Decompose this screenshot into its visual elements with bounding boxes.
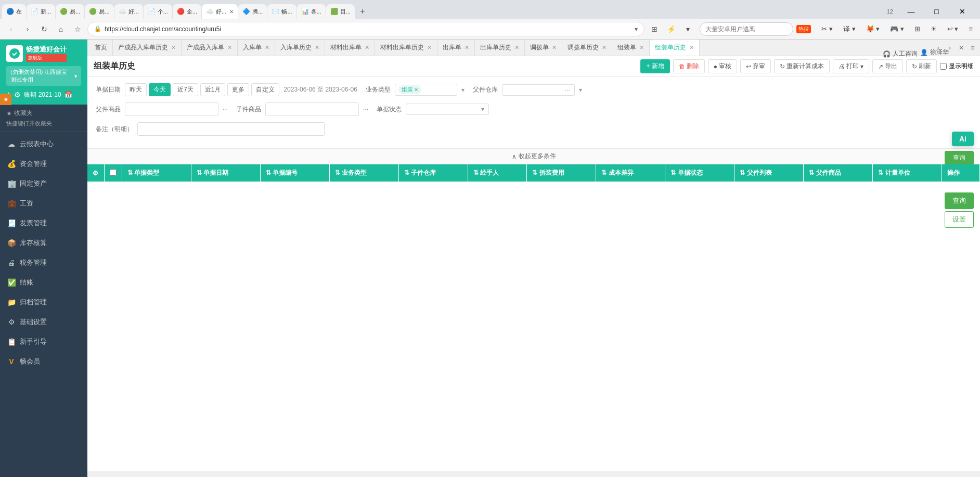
th-parent-list[interactable]: ⇅ 父件列表: [734, 164, 804, 182]
browser-tab-12[interactable]: 🟩 目...: [326, 4, 355, 19]
nav-tab-prod-inbound[interactable]: 产成品入库单 ✕: [182, 40, 238, 56]
parent-goods-input[interactable]: [125, 102, 218, 116]
browser-tab-2[interactable]: 📄 新...: [27, 4, 55, 19]
sidebar-item-guide[interactable]: 📋 新手引导: [0, 332, 87, 352]
tab-close-current[interactable]: ✕: [956, 43, 966, 53]
note-input[interactable]: [137, 122, 325, 136]
menu-tool[interactable]: ≡: [965, 24, 976, 34]
emoji-tool[interactable]: 🦊 ▾: [863, 24, 883, 34]
nav-tab-close[interactable]: ✕: [689, 44, 694, 51]
nav-tab-assembly-history[interactable]: 组装单历史 ✕: [650, 40, 700, 56]
nav-tab-prod-inbound-history[interactable]: 产成品入库单历史 ✕: [113, 40, 182, 56]
minimize-button[interactable]: —: [899, 4, 923, 19]
sidebar-item-cloud-report[interactable]: ☁ 云报表中心: [0, 134, 87, 154]
qr-code-button[interactable]: ⊞: [648, 22, 661, 36]
tag-close-btn[interactable]: ✕: [414, 87, 418, 93]
add-button[interactable]: + 新增: [640, 59, 669, 73]
export-button[interactable]: ↗ 导出: [872, 59, 903, 73]
refresh-browser-button[interactable]: ↻: [37, 22, 51, 36]
sidebar-item-settings[interactable]: ⚙ 基础设置: [0, 312, 87, 332]
nav-tab-close[interactable]: ✕: [171, 44, 176, 51]
game-tool[interactable]: 🎮 ▾: [887, 24, 907, 34]
status-select[interactable]: ▾: [406, 104, 489, 115]
nav-tab-close[interactable]: ✕: [427, 44, 432, 51]
sidebar-item-invoice[interactable]: 🧾 发票管理: [0, 213, 87, 233]
nav-tab-close[interactable]: ✕: [465, 44, 469, 51]
tab-more-menu[interactable]: ≡: [968, 43, 978, 53]
scissors-tool[interactable]: ✂ ▾: [818, 24, 836, 34]
company-selector[interactable]: (勿删勿禁用) 江西服宝测试专用 ▾: [6, 66, 81, 86]
browser-tab-5[interactable]: ☁️ 好...: [114, 4, 143, 19]
home-button[interactable]: ⌂: [54, 22, 68, 36]
yesterday-btn[interactable]: 昨天: [125, 83, 147, 96]
browser-tab-11[interactable]: 📊 各...: [297, 4, 326, 19]
parent-goods-dots[interactable]: ···: [223, 106, 228, 113]
nav-tab-close[interactable]: ✕: [514, 44, 519, 51]
show-detail-input[interactable]: [940, 63, 947, 70]
nav-tab-outbound[interactable]: 出库单 ✕: [437, 40, 475, 56]
sidebar-item-checkout[interactable]: ✅ 结账: [0, 273, 87, 292]
nav-tab-close[interactable]: ✕: [602, 44, 607, 51]
url-bar[interactable]: 🔒 https://cloud.chanjet.com/accounting/u…: [87, 22, 644, 36]
human-support-button[interactable]: 🎧 人工咨询: [883, 49, 918, 58]
th-handler[interactable]: ⇅ 经手人: [468, 164, 527, 182]
nav-tab-close[interactable]: ✕: [315, 44, 319, 51]
th-child-warehouse[interactable]: ⇅ 子件仓库: [398, 164, 468, 182]
sidebar-item-member[interactable]: V 畅会员: [0, 352, 87, 371]
sidebar-item-capital[interactable]: 💰 资金管理: [0, 154, 87, 174]
nav-tab-material-outbound[interactable]: 材料出库单 ✕: [325, 40, 375, 56]
show-detail-checkbox[interactable]: 显示明细: [940, 62, 974, 71]
nav-tab-assembly[interactable]: 组装单 ✕: [612, 40, 650, 56]
browser-tab-3[interactable]: 🟢 易...: [56, 4, 84, 19]
search-input[interactable]: [700, 22, 793, 36]
nav-tab-transfer-history[interactable]: 调拨单历史 ✕: [562, 40, 612, 56]
browser-tab-8[interactable]: ☁️ 好... ✕: [202, 4, 238, 19]
th-biz-type[interactable]: ⇅ 业务类型: [329, 164, 398, 182]
calendar-icon[interactable]: 📅: [65, 91, 72, 98]
child-goods-input[interactable]: [265, 102, 359, 116]
th-bill-type[interactable]: ⇅ 单据类型: [122, 164, 191, 182]
table-settings-icon[interactable]: ⚙: [93, 170, 98, 177]
nav-tab-outbound-history[interactable]: 出库单历史 ✕: [475, 40, 525, 56]
browser-tab-9[interactable]: 🔷 腾...: [238, 4, 267, 19]
th-unit[interactable]: ⇅ 计量单位: [873, 164, 942, 182]
browser-tab-6[interactable]: 📄 个...: [144, 4, 172, 19]
1month-btn[interactable]: 近1月: [200, 83, 226, 96]
settings-icon[interactable]: ⚙: [14, 91, 21, 99]
browser-tab-1[interactable]: 🔵 在: [2, 4, 26, 19]
query-button[interactable]: 查询: [945, 151, 974, 165]
undo-tool[interactable]: ↩ ▾: [944, 24, 962, 34]
browser-tab-7[interactable]: 🔴 企...: [173, 4, 201, 19]
close-button[interactable]: ✕: [950, 4, 974, 19]
collapse-bar[interactable]: ∧ 收起更多条件: [87, 149, 980, 164]
translate-tool[interactable]: 译 ▾: [840, 23, 859, 35]
th-cost-diff[interactable]: ⇅ 成本差异: [596, 164, 665, 182]
print-button[interactable]: 🖨 打印 ▾: [833, 59, 869, 73]
child-goods-dots[interactable]: ···: [363, 106, 368, 113]
select-all-checkbox[interactable]: [110, 169, 117, 176]
th-checkbox[interactable]: [104, 164, 122, 182]
recalculate-button[interactable]: ↻ 重新计算成本: [774, 59, 830, 73]
th-disassembly-fee[interactable]: ⇅ 拆装费用: [527, 164, 596, 182]
sidebar-item-inventory[interactable]: 📦 库存核算: [0, 233, 87, 253]
sidebar-item-fixed-assets[interactable]: 🏢 固定资产: [0, 174, 87, 194]
browser-tab-10[interactable]: ✉️ 畅...: [267, 4, 296, 19]
nav-tab-close[interactable]: ✕: [639, 44, 644, 51]
th-settings[interactable]: ⚙: [87, 164, 104, 182]
tab-close-8[interactable]: ✕: [229, 9, 234, 15]
sidebar-item-tax[interactable]: 🖨 税务管理: [0, 253, 87, 273]
grid-tool[interactable]: ⊞: [911, 24, 923, 34]
delete-button[interactable]: 🗑 删除: [673, 59, 705, 73]
nav-tab-inbound-history[interactable]: 入库单历史 ✕: [275, 40, 325, 56]
th-status[interactable]: ⇅ 单据状态: [665, 164, 734, 182]
th-bill-number[interactable]: ⇅ 单据编号: [260, 164, 329, 182]
biz-type-input[interactable]: 组装 ✕: [395, 84, 457, 96]
th-bill-date[interactable]: ⇅ 单据日期: [191, 164, 260, 182]
sidebar-item-salary[interactable]: 💼 工资: [0, 194, 87, 213]
th-parent-goods[interactable]: ⇅ 父件商品: [804, 164, 873, 182]
maximize-button[interactable]: □: [925, 4, 948, 19]
abandon-button[interactable]: ↩ 弃审: [740, 59, 771, 73]
query-float-button[interactable]: 查询: [945, 192, 974, 209]
forward-button[interactable]: ›: [21, 22, 34, 36]
nav-tab-inbound[interactable]: 入库单 ✕: [238, 40, 275, 56]
